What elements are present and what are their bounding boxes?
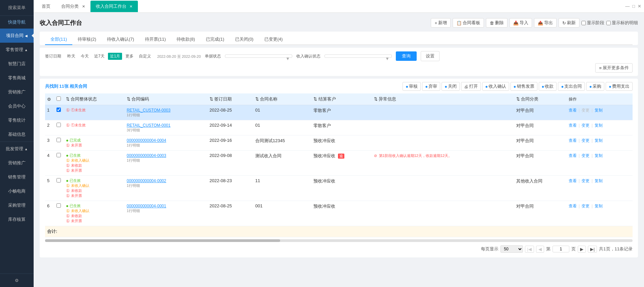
row-checkbox[interactable]: [54, 176, 64, 201]
col-checkbox[interactable]: [54, 93, 64, 105]
row-checkbox[interactable]: [54, 120, 64, 135]
copy-link[interactable]: 复制: [595, 178, 603, 183]
row-checkbox[interactable]: [54, 151, 64, 176]
view-link[interactable]: 查看: [569, 138, 577, 143]
row-checkbox[interactable]: [54, 201, 64, 226]
view-link[interactable]: 查看: [569, 108, 577, 113]
change-link[interactable]: 变更: [581, 153, 590, 158]
income-confirm-button[interactable]: ● 收入确认: [482, 82, 509, 91]
next-page-button[interactable]: ▶: [578, 246, 586, 253]
date-btn-today[interactable]: 今天: [79, 53, 91, 60]
tab-contract-category[interactable]: 合同分类 ✕: [56, 1, 90, 12]
view-link[interactable]: 查看: [569, 178, 577, 183]
filter-tab-pending-review[interactable]: 待审核(2): [72, 34, 102, 45]
abandon-button[interactable]: ● 弃审: [422, 82, 440, 91]
change-link[interactable]: 变更: [581, 204, 590, 208]
sidebar-search[interactable]: 搜索菜单: [0, 0, 34, 16]
sidebar-item-inventory[interactable]: 库存核算: [0, 212, 34, 227]
payment-button[interactable]: ● 收款: [539, 82, 557, 91]
contract-code-link[interactable]: 0000000000004-0003: [127, 153, 166, 158]
maximize-button[interactable]: □: [632, 4, 635, 9]
sales-invoice-button[interactable]: ● 销售发票: [510, 82, 537, 91]
date-btn-custom[interactable]: 自定义: [137, 53, 153, 60]
date-btn-last7[interactable]: 近7天: [92, 53, 107, 60]
sidebar-item-project[interactable]: 项目合同 ◀: [0, 29, 34, 43]
col-settings[interactable]: ⚙: [45, 93, 54, 105]
row-checkbox[interactable]: [54, 135, 64, 151]
last-page-button[interactable]: ▶|: [588, 246, 597, 253]
tab-income-workbench[interactable]: 收入合同工作台 ✕: [90, 1, 138, 12]
filter-tab-pending-income[interactable]: 待收入确认(7): [102, 34, 140, 45]
sidebar-item-retail-mall[interactable]: 零售商城: [0, 71, 34, 85]
tab-close-contract-category[interactable]: ✕: [82, 4, 85, 8]
purchase-button[interactable]: ● 采购: [586, 82, 604, 91]
filter-tab-closed[interactable]: 已关闭(0): [230, 34, 259, 45]
filter-tab-changed[interactable]: 已变更(4): [259, 34, 288, 45]
copy-link[interactable]: 复制: [595, 153, 603, 158]
copy-link[interactable]: 复制: [595, 108, 603, 113]
sidebar-quick-nav[interactable]: 快捷导航: [0, 16, 34, 29]
sidebar-item-xiaochang[interactable]: 小畅电商: [0, 184, 34, 198]
sidebar-item-retail-mgmt[interactable]: 零售管理 ▲: [0, 43, 34, 57]
copy-link[interactable]: 复制: [595, 204, 603, 208]
expense-out-button[interactable]: ● 支出合同: [558, 82, 585, 91]
view-link[interactable]: 查看: [569, 153, 577, 158]
sidebar-settings[interactable]: ⚙: [0, 274, 34, 287]
sidebar-item-purchase[interactable]: 采购管理: [0, 198, 34, 212]
income-confirm-select[interactable]: ▼: [325, 54, 392, 58]
copy-link[interactable]: 复制: [595, 123, 603, 128]
row-checkbox[interactable]: [54, 105, 64, 120]
contract-code-link[interactable]: 0000000000004-0004: [127, 138, 166, 143]
select-all-checkbox[interactable]: [56, 96, 61, 101]
sidebar-item-retail-stats[interactable]: 零售统计: [0, 113, 34, 127]
prev-page-button[interactable]: ◀: [536, 246, 544, 253]
close-action-button[interactable]: ● 关闭: [442, 82, 460, 91]
contract-board-button[interactable]: 📋 合同看板: [453, 18, 484, 28]
tab-home[interactable]: 首页: [36, 1, 56, 12]
close-button[interactable]: ✕: [638, 4, 641, 9]
date-btn-yesterday[interactable]: 昨天: [65, 53, 77, 60]
change-link[interactable]: 变更: [581, 138, 590, 143]
sidebar-item-marketing2[interactable]: 营销推广: [0, 156, 34, 170]
filter-tab-all[interactable]: 全部(11): [45, 34, 72, 45]
copy-link[interactable]: 复制: [595, 138, 603, 143]
contract-code-link[interactable]: RETAIL_CUSTOM-0003: [127, 108, 171, 113]
filter-tab-pending-payment[interactable]: 待收款(8): [171, 34, 200, 45]
horizontal-scrollbar[interactable]: [45, 239, 633, 242]
review-button[interactable]: ● 审核: [403, 82, 421, 91]
add-button[interactable]: + 新增: [431, 18, 451, 28]
change-link[interactable]: 变更: [581, 108, 590, 113]
settings-icon[interactable]: ⚙: [47, 97, 51, 102]
sidebar-item-marketing[interactable]: 营销推广: [0, 85, 34, 99]
change-link[interactable]: 变更: [581, 123, 590, 128]
contract-code-link[interactable]: 0000000000004-0002: [127, 178, 166, 183]
import-button[interactable]: 📥 导入: [509, 18, 532, 28]
page-number-input[interactable]: [553, 246, 569, 252]
cost-out-button[interactable]: ● 费用支出: [606, 82, 633, 91]
filter-tab-completed[interactable]: 已完成(1): [200, 34, 230, 45]
delete-button[interactable]: 🗑 删除: [486, 18, 507, 28]
sidebar-item-smart-shop[interactable]: 智慧门店: [0, 57, 34, 71]
print-button[interactable]: 🖨 打开: [461, 82, 481, 91]
view-link[interactable]: 查看: [569, 204, 577, 208]
scrollbar-thumb[interactable]: [45, 239, 280, 242]
query-button[interactable]: 查询: [396, 51, 417, 61]
sidebar-item-wholesale[interactable]: 批发管理 ▲: [0, 141, 34, 156]
minimize-button[interactable]: —: [625, 4, 630, 9]
sidebar-item-member[interactable]: 会员中心: [0, 99, 34, 113]
view-link[interactable]: 查看: [569, 123, 577, 128]
contract-code-link[interactable]: 0000000000004-0001: [127, 204, 166, 208]
filter-tab-pending-invoice[interactable]: 待开票(11): [140, 34, 171, 45]
tab-close-income-workbench[interactable]: ✕: [129, 4, 132, 8]
contract-code-link[interactable]: RETAIL_CUSTOM-0001: [127, 123, 171, 128]
expand-conditions-button[interactable]: ≡ 展开更多条件: [595, 63, 633, 73]
change-link[interactable]: 变更: [581, 178, 590, 183]
date-btn-more[interactable]: 更多: [123, 53, 136, 60]
refresh-button[interactable]: ↻ 刷新: [559, 18, 579, 28]
show-fields-checkbox[interactable]: 显示阶段: [581, 20, 604, 26]
show-detail-checkbox[interactable]: 显示标的明细: [606, 20, 638, 26]
sidebar-item-sales-mgmt[interactable]: 销售管理: [0, 170, 34, 184]
date-btn-last1month[interactable]: 近1月: [108, 53, 122, 60]
export-button[interactable]: 📤 导出: [534, 18, 557, 28]
doc-status-select[interactable]: ▼: [225, 54, 292, 58]
